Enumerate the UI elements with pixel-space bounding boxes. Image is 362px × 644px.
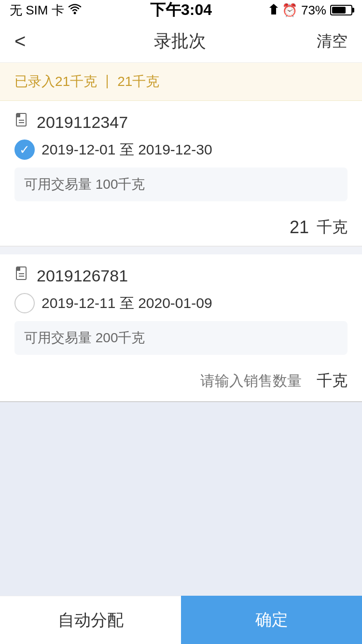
input-row-2: 千克 (0, 363, 362, 402)
quantity-value-1: 21 (290, 217, 309, 238)
no-sim-text: 无 SIM 卡 (10, 2, 64, 19)
summary-label: 已录入21千克 (14, 72, 97, 91)
check-icon-1: ✓ (19, 142, 30, 157)
battery-icon (330, 5, 352, 15)
batch-id-2: 2019126781 (37, 266, 128, 285)
status-left: 无 SIM 卡 (10, 2, 82, 19)
status-bar: 无 SIM 卡 下午3:04 ⏰ 73% (0, 0, 362, 20)
batch-doc-icon-1 (14, 112, 30, 132)
content: 已录入21千克 21千克 2019112347 ✓ 2019-12-01 至 2… (0, 63, 362, 644)
summary-bar: 已录入21千克 21千克 (0, 63, 362, 101)
battery-percent: 73% (301, 3, 326, 18)
bottom-area (0, 402, 362, 624)
batch-date-row-1[interactable]: ✓ 2019-12-01 至 2019-12-30 (0, 136, 362, 164)
batch-id-1: 2019112347 (37, 113, 128, 132)
alarm-icon: ⏰ (282, 3, 297, 18)
batch-date-2: 2019-12-11 至 2020-01-09 (42, 294, 212, 313)
summary-value: 21千克 (117, 72, 159, 91)
svg-point-0 (73, 12, 76, 14)
batch-header-2: 2019126781 (0, 254, 362, 289)
batch-date-row-2[interactable]: 2019-12-11 至 2020-01-09 (0, 289, 362, 317)
batch-date-1: 2019-12-01 至 2019-12-30 (42, 140, 212, 160)
batch-item-1: 2019112347 ✓ 2019-12-01 至 2019-12-30 可用交… (0, 101, 362, 247)
radio-1[interactable]: ✓ (14, 140, 35, 160)
summary-divider (107, 75, 108, 88)
wifi-icon (68, 3, 82, 18)
svg-marker-1 (269, 4, 278, 14)
location-icon (269, 3, 278, 18)
batch-availability-2: 可用交易量 200千克 (14, 321, 348, 355)
nav-bar: < 录批次 清空 (0, 20, 362, 63)
svg-rect-7 (16, 267, 20, 271)
batch-availability-1: 可用交易量 100千克 (14, 168, 348, 201)
batch-header-1: 2019112347 (0, 101, 362, 136)
input-unit-2: 千克 (317, 370, 348, 392)
confirm-button[interactable]: 确定 (181, 596, 362, 644)
batch-doc-icon-2 (14, 266, 30, 285)
page-title: 录批次 (154, 29, 206, 53)
status-right: ⏰ 73% (269, 3, 352, 18)
quantity-unit-1: 千克 (317, 217, 348, 238)
status-time: 下午3:04 (150, 0, 212, 21)
clear-button[interactable]: 清空 (317, 31, 348, 52)
svg-rect-3 (16, 113, 20, 117)
auto-distribute-button[interactable]: 自动分配 (0, 596, 181, 644)
back-button[interactable]: < (14, 30, 43, 52)
footer: 自动分配 确定 (0, 596, 362, 644)
quantity-input-2[interactable] (164, 373, 309, 389)
batch-item-2: 2019126781 2019-12-11 至 2020-01-09 可用交易量… (0, 254, 362, 402)
radio-2[interactable] (14, 293, 35, 313)
quantity-row-1: 21 千克 (0, 209, 362, 247)
